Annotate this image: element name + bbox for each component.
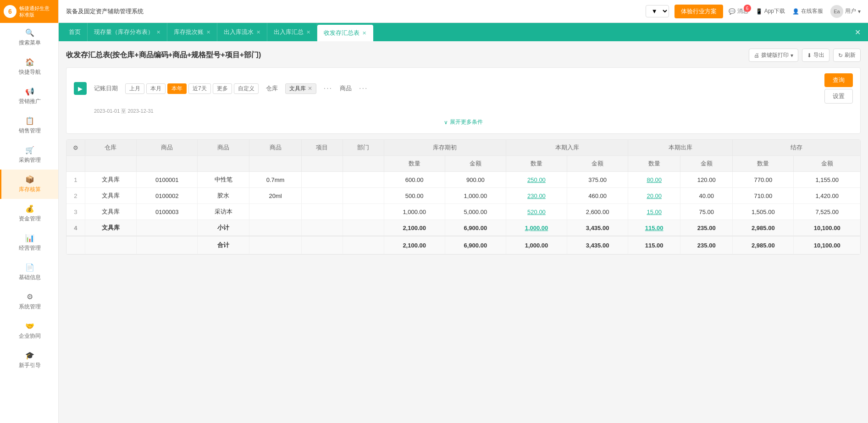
sidebar-label-finance: 资金管理 [19,215,41,223]
page-header: 收发存汇总表(按仓库+商品编码+商品+规格型号+项目+部门) 🖨 拨键版打印 ▾… [66,49,861,62]
date-btn-4[interactable]: 更多 [213,83,232,94]
goods-more[interactable]: ··· [359,84,368,93]
tab-receive-send[interactable]: 收发存汇总表✕ [317,25,373,41]
row-in-qty[interactable]: 520.00 [506,204,567,220]
footer-cell [343,236,384,254]
footer-cell [249,236,302,254]
row-name: 小计 [198,220,249,236]
main-content: 装备及固定资产辅助管理系统 ▼ 体验行业方案 💬 消息 6 📱 App下载 👤 … [59,0,868,423]
row-in-qty-link[interactable]: 250.00 [527,176,546,183]
sidebar-item-basic[interactable]: 📄 基础信息 [0,258,58,287]
row-in-qty[interactable]: 230.00 [506,188,567,204]
tab-close-inout-summary[interactable]: ✕ [306,29,310,35]
sidebar-icon-basic: 📄 [25,263,34,272]
row-out-qty[interactable]: 80.00 [628,172,680,188]
row-project [302,188,343,204]
online-service-button[interactable]: 👤 在线客服 [792,7,823,15]
footer-out-qty: 115.00 [628,236,680,254]
tab-bar-close[interactable]: ✕ [851,28,864,37]
row-out-qty[interactable]: 115.00 [628,220,680,236]
row-out-qty[interactable]: 20.00 [628,188,680,204]
chevron-down-icon: ▾ [858,8,861,15]
row-in-qty[interactable]: 250.00 [506,172,567,188]
sidebar-item-inventory[interactable]: 📦 库存核算 [0,170,58,199]
date-btn-1[interactable]: 本月 [146,83,166,94]
row-out-qty[interactable]: 15.00 [628,204,680,220]
tab-inout-summary[interactable]: 出入库汇总✕ [267,23,317,41]
col-name-th: 商品 [198,140,249,156]
tab-close-receive-send[interactable]: ✕ [362,30,366,36]
tab-close-inventory-dist[interactable]: ✕ [156,29,160,35]
footer-begin-amt: 6,900.00 [445,236,506,254]
sidebar-item-marketing[interactable]: 📢 营销推广 [0,82,58,111]
footer-cell [302,236,343,254]
row-out-amt: 235.00 [680,220,733,236]
sidebar-item-enterprise[interactable]: 🤝 企业协同 [0,316,58,346]
tab-inventory-dist[interactable]: 现存量（库存分布表）✕ [88,23,167,41]
message-icon: 💬 [729,8,735,15]
sidebar-item-guide[interactable]: 🎓 新手引导 [0,346,58,375]
query-button[interactable]: 查询 [824,73,853,87]
experience-button[interactable]: 体验行业方案 [674,5,723,18]
expand-button[interactable]: ∨ 展开更多条件 [442,116,485,128]
page-title: 收发存汇总表(按仓库+商品编码+商品+规格型号+项目+部门) [66,50,261,60]
row-bal-qty: 2,985.00 [733,220,794,236]
row-warehouse: 文具库 [85,172,137,188]
tab-inout-flow[interactable]: 出入库流水✕ [217,23,267,41]
tab-bar: 首页现存量（库存分布表）✕库存批次账✕出入库流水✕出入库汇总✕收发存汇总表✕✕ [59,23,868,41]
table-row: 1文具库0100001中性笔0.7mm600.00900.00250.00375… [66,172,860,188]
logo-icon: 6 [4,5,17,18]
tab-close-batch[interactable]: ✕ [206,29,210,35]
row-in-qty-link[interactable]: 1,000.00 [525,225,548,231]
date-btn-0[interactable]: 上月 [125,83,144,94]
tab-close-inout-flow[interactable]: ✕ [256,29,260,35]
sidebar-item-quick-nav[interactable]: 🏠 快捷导航 [0,52,58,82]
date-btn-3[interactable]: 近7天 [188,83,211,94]
date-btn-5[interactable]: 自定义 [234,83,259,94]
print-button[interactable]: 🖨 拨键版打印 ▾ [749,49,798,62]
row-code: 0100003 [137,204,198,220]
sidebar-item-sales[interactable]: 📋 销售管理 [0,111,58,140]
row-out-qty-link[interactable]: 80.00 [647,176,662,183]
row-out-qty-link[interactable]: 115.00 [645,225,663,231]
settings-button[interactable]: 设置 [824,89,853,104]
filter-area: ▶ 记账日期 上月本月本年近7天更多自定义 仓库 文具库 ✕ ··· 商品 ··… [66,67,861,134]
row-dept [343,220,384,236]
user-button[interactable]: Ea 用户 ▾ [830,5,861,18]
tab-label-receive-send: 收发存汇总表 [324,29,359,37]
row-warehouse: 文具库 [85,220,137,236]
row-in-qty-link[interactable]: 520.00 [527,209,546,215]
sidebar-item-system[interactable]: ⚙ 系统管理 [0,287,58,316]
sidebar-item-operation[interactable]: 📊 经营管理 [0,228,58,258]
logo-text: 畅捷通好生意 [19,5,50,11]
refresh-button[interactable]: ↻ 刷新 [833,49,861,62]
sidebar-icon-inventory: 📦 [25,175,34,184]
date-btn-2[interactable]: 本年 [167,83,187,94]
row-in-qty-link[interactable]: 230.00 [527,192,546,199]
sidebar-item-purchase[interactable]: 🛒 采购管理 [0,140,58,170]
tab-label-home: 首页 [69,28,81,36]
row-out-qty-link[interactable]: 15.00 [647,209,662,215]
export-button[interactable]: ⬇ 导出 [802,49,829,62]
footer-label: 合计 [198,236,249,254]
row-out-qty-link[interactable]: 20.00 [647,192,662,199]
gear-select[interactable]: ▼ [646,5,669,17]
sidebar-item-finance[interactable]: 💰 资金管理 [0,199,58,228]
sidebar-item-search[interactable]: 🔍 搜索菜单 [0,23,58,52]
message-button[interactable]: 💬 消息 6 [729,7,748,15]
col-period-in-th: 本期入库 [506,140,628,156]
tab-home[interactable]: 首页 [62,23,88,41]
tab-batch[interactable]: 库存批次账✕ [167,23,217,41]
app-download-button[interactable]: 📱 App下载 [756,7,785,15]
warehouse-more[interactable]: ··· [324,84,332,93]
sidebar-icon-system: ⚙ [27,292,33,301]
row-in-qty[interactable]: 1,000.00 [506,220,567,236]
page-content: 收发存汇总表(按仓库+商品编码+商品+规格型号+项目+部门) 🖨 拨键版打印 ▾… [59,41,868,423]
row-dept [343,172,384,188]
col-settings-th[interactable]: ⚙ [66,140,85,156]
filter-toggle[interactable]: ▶ [74,82,87,95]
date-label: 记账日期 [94,84,118,93]
gear-select-wrap[interactable]: ▼ [646,5,669,17]
warehouse-tag-close[interactable]: ✕ [308,85,312,92]
sidebar-label-quick-nav: 快捷导航 [19,68,41,76]
